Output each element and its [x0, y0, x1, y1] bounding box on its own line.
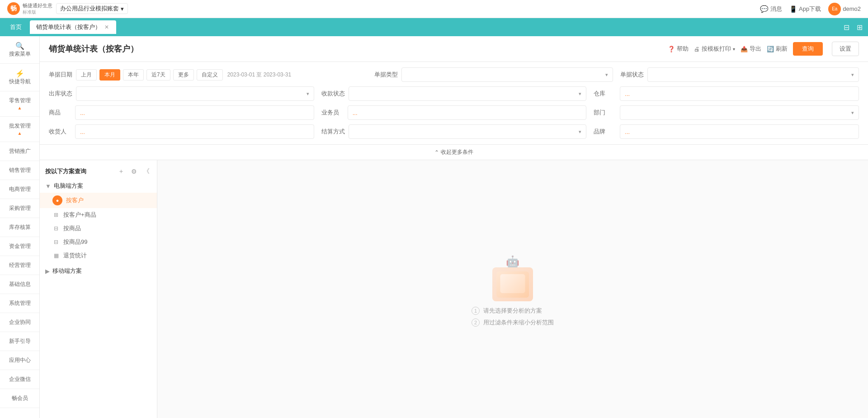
tab-bar: 首页 销货单统计表（按客户） ✕ ⊟ ⊞: [0, 18, 868, 36]
industry-selector[interactable]: 办公用品行业模拟账套 ▾: [56, 3, 128, 14]
scheme-item-by-goods[interactable]: ⊟ 按商品: [40, 222, 157, 235]
receipt-status-input[interactable]: ▾: [349, 86, 587, 101]
active-dot: ●: [52, 195, 62, 205]
sidebar-item-finance[interactable]: 资金管理: [0, 237, 39, 256]
help-btn[interactable]: ❓ 帮助: [668, 45, 689, 53]
tip-text-2: 用过滤条件来缩小分析范围: [483, 318, 554, 327]
refresh-btn[interactable]: 🔄 刷新: [767, 45, 788, 53]
date-range-display: 2023-03-01 至 2023-03-31: [227, 71, 291, 79]
scheme-collapse-btn[interactable]: 《: [142, 166, 151, 176]
collapse-bar[interactable]: ⌃ 收起更多条件: [40, 145, 868, 160]
tab-home[interactable]: 首页: [4, 20, 28, 34]
logo-text: 畅捷通好生意: [23, 2, 52, 9]
scheme-item-by-goods-99[interactable]: ⊟ 按商品99: [40, 235, 157, 249]
sidebar-item-retail-mgmt[interactable]: 零售管理 ▲: [0, 91, 39, 117]
receipt-status-chevron: ▾: [579, 91, 581, 97]
pc-group-label: 电脑端方案: [54, 182, 83, 190]
message-icon: 💬: [760, 5, 769, 13]
print-icon: 🖨: [694, 46, 700, 52]
sidebar-item-enterprise-collab[interactable]: 企业协同: [0, 313, 39, 332]
date-btn-last-month[interactable]: 上月: [76, 69, 97, 81]
settings-btn[interactable]: 设置: [832, 42, 859, 56]
box-face-icon: 🤖: [506, 255, 519, 268]
scheme-group-mobile-title[interactable]: ▶ 移动端方案: [40, 264, 157, 278]
scheme-item-icon-customer-goods: ⊞: [52, 211, 60, 218]
sidebar-item-quick-nav[interactable]: ⚡ 快捷导航: [0, 64, 39, 91]
doc-type-input[interactable]: ▾: [401, 67, 613, 82]
department-input[interactable]: ▾: [620, 105, 859, 120]
tip-num-1: 1: [472, 307, 480, 315]
sidebar-item-app-center[interactable]: 应用中心: [0, 351, 39, 370]
sidebar-item-member[interactable]: 畅会员: [0, 389, 39, 408]
message-btn[interactable]: 💬 消息: [760, 5, 782, 13]
sidebar-item-wholesale-mgmt[interactable]: 批发管理 ▲: [0, 117, 39, 142]
sidebar-item-operations[interactable]: 经营管理: [0, 256, 39, 275]
sidebar-quicknav-label: 快捷导航: [4, 78, 36, 86]
doc-status-chevron: ▾: [851, 72, 854, 78]
scheme-panel: 按以下方案查询 ＋ ⚙ 《 ▼ 电脑端方案: [40, 160, 157, 418]
sidebar-item-ecommerce[interactable]: 电商管理: [0, 180, 39, 199]
consignee-dots: ...: [80, 128, 85, 135]
date-btn-this-year[interactable]: 本年: [123, 69, 144, 81]
template-print-btn[interactable]: 🖨 按模板打印 ▾: [694, 45, 735, 53]
sidebar-item-inventory[interactable]: 库存核算: [0, 218, 39, 237]
doc-status-input[interactable]: ▾: [647, 67, 859, 82]
tab-minimize-btn[interactable]: ⊟: [842, 21, 851, 33]
scheme-by-goods-label: 按商品: [63, 224, 81, 233]
sidebar-item-basic-info[interactable]: 基础信息: [0, 275, 39, 294]
scheme-add-btn[interactable]: ＋: [116, 166, 126, 176]
payment-method-input[interactable]: ▾: [349, 124, 587, 139]
consignee-input[interactable]: ...: [75, 124, 314, 139]
sidebar-item-purchase[interactable]: 采购管理: [0, 199, 39, 218]
filter-date: 单据日期 上月 本月 本年 近7天 更多 自定义 2023-03-01 至 20…: [49, 69, 367, 81]
warehouse-input[interactable]: ...: [620, 86, 859, 101]
sidebar-item-system[interactable]: 系统管理: [0, 294, 39, 313]
tab-maximize-btn[interactable]: ⊞: [855, 21, 864, 33]
sidebar-collab-label: 企业协同: [4, 318, 36, 326]
date-btn-more[interactable]: 更多: [173, 69, 194, 81]
logo-icon: 畅: [7, 2, 20, 15]
sidebar-item-enterprise-wechat[interactable]: 企业微信: [0, 370, 39, 389]
dropdown-arrow: ▾: [121, 5, 124, 12]
tab-sales-stat[interactable]: 销货单统计表（按客户） ✕: [30, 20, 116, 34]
out-status-chevron: ▾: [307, 91, 309, 97]
scheme-by-customer-label: 按客户: [66, 196, 84, 204]
top-bar-right: 💬 消息 📱 App下载 Ea demo2: [760, 3, 861, 15]
scheme-item-by-customer-goods[interactable]: ⊞ 按客户+商品: [40, 208, 157, 222]
sidebar-finance-label: 资金管理: [4, 242, 36, 250]
sidebar-item-sales-mgmt[interactable]: 销售管理: [0, 161, 39, 180]
scheme-actions: ＋ ⚙ 《: [116, 166, 151, 176]
sidebar-item-search-menu[interactable]: 🔍 搜索菜单: [0, 36, 39, 64]
sidebar-purchase-label: 采购管理: [4, 204, 36, 212]
sidebar-item-new-guide[interactable]: 新手引导: [0, 332, 39, 351]
department-label: 部门: [594, 109, 616, 117]
goods-input[interactable]: ...: [75, 105, 314, 120]
salesperson-input[interactable]: ...: [348, 105, 587, 120]
scheme-settings-btn[interactable]: ⚙: [129, 166, 139, 176]
filter-brand: 品牌 ...: [594, 124, 859, 139]
sidebar-marketing-label: 营销推广: [4, 147, 36, 155]
sidebar-item-marketing[interactable]: 营销推广: [0, 142, 39, 161]
brand-input[interactable]: ...: [620, 124, 859, 139]
date-btn-7days[interactable]: 近7天: [146, 69, 170, 81]
date-btn-this-month[interactable]: 本月: [99, 69, 120, 81]
logo-sub: 标准版: [23, 9, 52, 15]
refresh-icon: 🔄: [767, 46, 774, 52]
app-download-btn[interactable]: 📱 App下载: [789, 5, 821, 13]
export-btn[interactable]: 📤 导出: [741, 45, 761, 53]
out-status-input[interactable]: ▾: [76, 86, 314, 101]
scheme-group-pc-title[interactable]: ▼ 电脑端方案: [40, 179, 157, 193]
industry-title: 办公用品行业模拟账套: [60, 5, 119, 13]
date-btn-custom[interactable]: 自定义: [197, 69, 223, 81]
date-shortcuts: 上月 本月 本年 近7天 更多 自定义 2023-03-01 至 2023-03…: [76, 69, 291, 81]
query-btn[interactable]: 查询: [793, 42, 823, 56]
sidebar-guide-label: 新手引导: [4, 337, 36, 345]
refresh-label: 刷新: [776, 45, 788, 53]
tab-sales-stat-close[interactable]: ✕: [104, 24, 110, 30]
export-label: 导出: [750, 45, 761, 53]
sidebar: 🔍 搜索菜单 ⚡ 快捷导航 零售管理 ▲ 批发管理 ▲ 营销推广 销售管理: [0, 36, 40, 418]
payment-method-label: 结算方式: [321, 128, 345, 136]
scheme-item-return-stat[interactable]: ▦ 退货统计: [40, 249, 157, 262]
user-menu[interactable]: Ea demo2: [828, 3, 861, 15]
scheme-item-by-customer[interactable]: ● 按客户: [40, 193, 157, 208]
